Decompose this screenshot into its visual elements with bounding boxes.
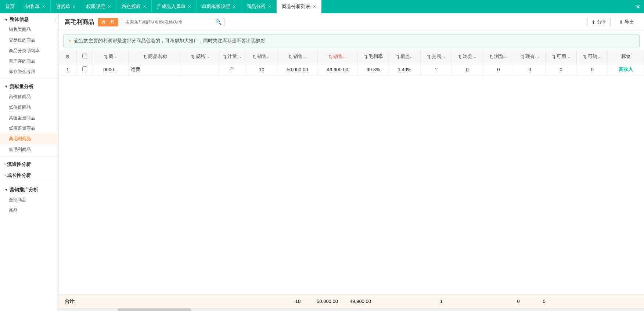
bottom-scrollbar[interactable] [59,308,644,311]
close-tab-finished[interactable]: ✕ [188,4,191,9]
cell-check[interactable] [77,63,93,76]
tab-permission[interactable]: 权限设置 ✕ [81,0,116,13]
info-banner: ✦ 企业的主要的利润都是这部分商品创造的，可考虑加大推广，同时关注库存是不要出现… [63,34,640,47]
divider-1 [0,79,58,79]
sidebar-item-low-margin[interactable]: 低毛利商品 [0,144,58,155]
col-checkbox-header[interactable] [77,50,93,63]
cell-gross-rate: 99.8% [358,63,389,76]
sidebar-item-all-goods[interactable]: 全部商品 [0,195,58,205]
sidebar-item-stocked-goods[interactable]: 有库存的商品 [0,56,58,66]
sidebar-item-sales-goods[interactable]: 销售类商品 [0,24,58,35]
footer-sales-qty: 10 [285,299,311,304]
table-container: ⚙ ⇅ 商... [59,50,644,294]
close-tab-sales[interactable]: ✕ [42,4,45,9]
table-body: 1 0000... 运费 个 10 50,000.00 49,900.00 99… [59,63,644,76]
col-cover[interactable]: ⇅ 覆盖... [389,50,420,63]
close-tab-role[interactable]: ✕ [143,4,146,9]
col-code-label: 商... [109,53,118,60]
col-spec[interactable]: ⇅ 规格... [182,50,218,63]
col-sales-qty[interactable]: ⇅ 销售... [246,50,277,63]
col-sales-amt[interactable]: ⇅ 销售... [277,50,318,63]
tab-sales[interactable]: 销售单 ✕ [20,0,51,13]
select-all-checkbox[interactable] [82,54,87,58]
period-button[interactable]: 近一月 [98,18,118,26]
export-button[interactable]: ⬇ 导出 [615,17,638,27]
cell-sales-amt: 50,000.00 [277,63,318,76]
col-saleable-label: 可销... [588,53,601,60]
cell-sales-cost: 49,900.00 [317,63,358,76]
close-tab-analysis[interactable]: ✕ [268,4,271,9]
content-header: 高毛利商品 近一月 🔍 ⬆ 分享 ⬇ 导出 [59,13,644,31]
close-tab-permission[interactable]: ✕ [108,4,111,9]
divider-3 [0,182,58,182]
tab-product-analysis-list[interactable]: 商品分析列表 ✕ [277,0,321,13]
col-sales-amt-label: 销售... [293,53,307,60]
tab-product-analysis[interactable]: 商品分析 ✕ [241,0,277,13]
cell-browse1[interactable]: 0 [451,63,483,76]
sidebar-group-growth[interactable]: › 成长性分析 [0,169,58,180]
col-cover-label: 覆盖... [400,53,414,60]
sidebar-group-liquidity[interactable]: › 流通性分析 [0,158,58,169]
col-code[interactable]: ⇅ 商... [93,50,128,63]
sidebar-item-traded-goods[interactable]: 交易过的商品 [0,35,58,46]
close-tab-analysis-list[interactable]: ✕ [313,4,316,9]
col-browse1[interactable]: ⇅ 浏览... [451,50,483,63]
sidebar-item-new-goods[interactable]: 新品 [0,205,58,216]
col-saleable[interactable]: ⇅ 可销... [577,50,608,63]
sidebar-item-category-rate[interactable]: 商品分类助销率 [0,46,58,56]
tab-finished-goods[interactable]: 产成品入库单 ✕ [152,0,197,13]
arrow-overall: ▼ [4,18,8,22]
global-close-button[interactable]: ✕ [636,3,640,10]
cell-unit: 个 [218,63,246,76]
close-tab-purchase[interactable]: ✕ [72,4,76,9]
sidebar-group-contribution-label: 贡献量分析 [10,83,33,90]
col-avail-label: 可用... [557,53,570,60]
col-name[interactable]: ⇅ 商品名称 [129,50,182,63]
sidebar-item-stock-capital[interactable]: 库存资金占用 [0,66,58,77]
search-input[interactable] [125,19,215,25]
sidebar-item-low-value[interactable]: 低价值商品 [0,102,58,113]
info-text: 企业的主要的利润都是这部分商品创造的，可考虑加大推广，同时关注库存是不要出现缺货 [74,37,265,44]
cell-browse2: 0 [483,63,514,76]
scrollbar-thumb[interactable] [118,308,191,311]
tab-role[interactable]: 角色授权 ✕ [116,0,152,13]
col-avail[interactable]: ⇅ 可用... [546,50,577,63]
tab-purchase[interactable]: 进货单 ✕ [51,0,81,13]
col-seq[interactable]: ⚙ [59,50,77,63]
share-button[interactable]: ⬆ 分享 [587,17,611,27]
row-checkbox[interactable] [82,66,87,71]
sidebar: « ▼ 整体信息 销售类商品 交易过的商品 商品分类助销率 有库存的商品 库存资… [0,13,59,311]
sidebar-group-overall-label: 整体信息 [10,16,29,23]
col-unit-label: 计量... [227,53,241,60]
footer-label: 合计: [59,298,132,305]
sidebar-group-marketing[interactable]: ▼ 营销推广分析 [0,184,58,195]
sidebar-group-contribution[interactable]: ▼ 贡献量分析 [0,80,58,91]
export-icon: ⬇ [619,19,623,25]
search-box: 🔍 [122,18,225,26]
col-sales-cost[interactable]: ⇅ 销售... [317,50,358,63]
search-icon[interactable]: 🔍 [215,19,222,25]
data-table: ⚙ ⇅ 商... [59,50,644,76]
cell-seq: 1 [59,63,77,76]
tab-template[interactable]: 单据模板设置 ✕ [197,0,241,13]
main-layout: « ▼ 整体信息 销售类商品 交易过的商品 商品分类助销率 有库存的商品 库存资… [0,13,644,311]
tab-home[interactable]: 首页 [0,0,20,13]
close-tab-template[interactable]: ✕ [233,4,236,9]
col-trade[interactable]: ⇅ 交易... [420,50,451,63]
col-unit[interactable]: ⇅ 计量... [218,50,246,63]
sidebar-item-high-value[interactable]: 高价值商品 [0,91,58,102]
sidebar-group-overall[interactable]: ▼ 整体信息 [0,13,58,24]
sidebar-group-liquidity-label: 流通性分析 [7,161,31,168]
sidebar-item-low-cover[interactable]: 低覆盖量商品 [0,123,58,134]
col-sales-qty-label: 销售... [257,53,271,60]
sidebar-item-high-cover[interactable]: 高覆盖量商品 [0,113,58,123]
cell-sales-qty: 10 [246,63,277,76]
col-gross-rate[interactable]: ⇅ 毛利率 [358,50,389,63]
col-browse2[interactable]: ⇅ 浏览... [483,50,514,63]
sidebar-item-high-margin[interactable]: 高毛利商品 [0,134,58,144]
col-tag[interactable]: 标签 [608,50,644,63]
col-tag-label: 标签 [621,53,631,60]
top-nav: 首页 销售单 ✕ 进货单 ✕ 权限设置 ✕ 角色授权 ✕ 产成品入库单 ✕ 单据… [0,0,644,13]
col-stock-label: 现有... [525,53,539,60]
col-stock[interactable]: ⇅ 现有... [514,50,546,63]
